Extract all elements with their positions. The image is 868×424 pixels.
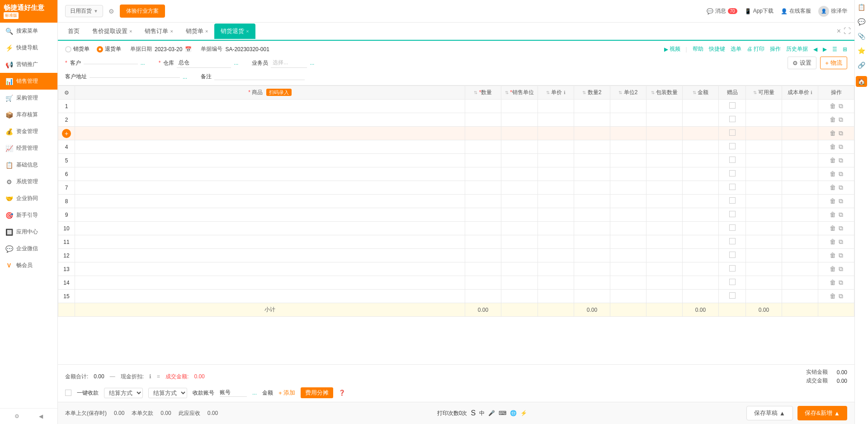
tab-home[interactable]: 首页 bbox=[61, 24, 86, 39]
delete-icon[interactable]: 🗑 bbox=[830, 170, 836, 178]
system-icon-5[interactable]: 🌐 bbox=[510, 410, 517, 416]
add-payment-button[interactable]: + 添加 bbox=[278, 389, 295, 397]
tab-sales-return-close[interactable]: × bbox=[246, 29, 249, 34]
row-gift-active[interactable] bbox=[719, 127, 746, 140]
row-unit-2[interactable] bbox=[501, 113, 538, 127]
user-item[interactable]: 👤 徐泽华 bbox=[818, 6, 847, 17]
gift-checkbox[interactable] bbox=[729, 252, 736, 258]
system-icon-1[interactable]: S bbox=[471, 409, 476, 417]
row-price-2[interactable] bbox=[538, 113, 574, 127]
warehouse-value[interactable]: 总仓 bbox=[177, 58, 231, 68]
row-product-active[interactable] bbox=[75, 127, 465, 140]
delete-icon-1[interactable]: 🗑 bbox=[830, 102, 836, 110]
row-qty2-1[interactable] bbox=[574, 100, 610, 113]
nav-next-icon[interactable]: ▶ bbox=[823, 46, 827, 52]
row-pkg-2[interactable] bbox=[646, 113, 683, 127]
gift-checkbox-1[interactable] bbox=[729, 102, 736, 109]
panel-icon-6[interactable]: 🏠 bbox=[856, 76, 867, 87]
copy-icon[interactable]: ⧉ bbox=[839, 211, 843, 219]
view-grid-icon[interactable]: ⊞ bbox=[843, 46, 847, 52]
customer-dots[interactable]: ... bbox=[141, 60, 145, 66]
tab-sales-order-close[interactable]: × bbox=[170, 29, 173, 34]
tab-sales-bill-close[interactable]: × bbox=[205, 29, 208, 34]
row-qty2-2[interactable] bbox=[574, 113, 610, 127]
system-icon-4[interactable]: ⌨ bbox=[499, 410, 506, 416]
action-help[interactable]: 帮助 bbox=[693, 45, 703, 53]
system-icon-3[interactable]: 🎤 bbox=[488, 410, 495, 416]
discount-info-icon[interactable]: ℹ bbox=[149, 373, 151, 380]
row-product-1[interactable] bbox=[75, 100, 465, 113]
sidebar-item-inventory[interactable]: 📦 库存核算 bbox=[0, 106, 57, 123]
view-list-icon[interactable]: ☰ bbox=[832, 46, 837, 52]
row-avail-active[interactable] bbox=[746, 127, 782, 140]
warehouse-dots[interactable]: ... bbox=[234, 60, 238, 66]
gift-checkbox[interactable] bbox=[729, 170, 736, 176]
product-input-active[interactable] bbox=[79, 130, 461, 137]
row-cost-2[interactable] bbox=[782, 113, 818, 127]
gift-checkbox[interactable] bbox=[729, 279, 736, 285]
calendar-icon[interactable]: 📅 bbox=[185, 46, 192, 52]
gift-checkbox[interactable] bbox=[729, 265, 736, 272]
split-help-icon[interactable]: ❓ bbox=[339, 390, 345, 396]
sidebar-settings-icon[interactable]: ⚙ bbox=[14, 413, 19, 419]
action-print[interactable]: 🖨 打印 bbox=[747, 45, 764, 53]
gift-checkbox[interactable] bbox=[729, 238, 736, 244]
delete-icon[interactable]: 🗑 bbox=[830, 238, 836, 246]
app-download-item[interactable]: 📱 App下载 bbox=[745, 7, 774, 15]
settings-button[interactable]: ⚙ 设置 bbox=[788, 57, 816, 69]
sidebar-item-quick-nav[interactable]: ⚡ 快捷导航 bbox=[0, 39, 57, 56]
row-price-1[interactable] bbox=[538, 100, 574, 113]
copy-icon-1[interactable]: ⧉ bbox=[839, 102, 843, 110]
delete-icon[interactable]: 🗑 bbox=[830, 265, 836, 273]
copy-icon[interactable]: ⧉ bbox=[839, 279, 843, 286]
row-amount-active[interactable] bbox=[683, 127, 719, 140]
sidebar-item-finance[interactable]: 💰 资金管理 bbox=[0, 123, 57, 140]
tab-expand-button[interactable]: ⛶ bbox=[844, 27, 851, 35]
split-button[interactable]: 费用分摊 bbox=[301, 387, 333, 398]
delete-icon[interactable]: 🗑 bbox=[830, 157, 836, 164]
panel-icon-3[interactable]: 📎 bbox=[858, 33, 865, 40]
row-unit2-active[interactable] bbox=[610, 127, 646, 140]
copy-icon[interactable]: ⧉ bbox=[839, 197, 843, 205]
row-price-active[interactable] bbox=[538, 127, 574, 140]
address-input[interactable] bbox=[90, 76, 180, 78]
tab-price-settings[interactable]: 售价提取设置 × bbox=[86, 24, 138, 39]
row-cost-active[interactable] bbox=[782, 127, 818, 140]
sidebar-item-search[interactable]: 🔍 搜索菜单 bbox=[0, 23, 57, 39]
sidebar-item-sales[interactable]: 📊 销售管理 bbox=[0, 73, 57, 90]
sidebar-item-member[interactable]: V 畅会员 bbox=[0, 257, 57, 274]
date-value[interactable]: 2023-03-20 bbox=[155, 46, 182, 52]
delete-icon-active[interactable]: 🗑 bbox=[830, 129, 836, 137]
gift-checkbox[interactable] bbox=[729, 197, 736, 204]
delete-icon[interactable]: 🗑 bbox=[830, 197, 836, 205]
gift-checkbox[interactable] bbox=[729, 211, 736, 217]
tab-close-button[interactable]: × bbox=[837, 27, 841, 35]
cost-info-icon[interactable]: ℹ bbox=[811, 90, 812, 95]
delete-icon[interactable]: 🗑 bbox=[830, 184, 836, 191]
save-new-button[interactable]: 保存&新增 ▲ bbox=[797, 406, 847, 420]
salesman-input[interactable]: 选择... bbox=[271, 58, 307, 68]
scan-button[interactable]: 扫码录入 bbox=[266, 89, 292, 96]
system-icon-2[interactable]: 中 bbox=[479, 410, 485, 417]
category-select[interactable]: 日用百货 ▼ bbox=[65, 5, 103, 17]
panel-icon-5[interactable]: 🔗 bbox=[858, 62, 865, 69]
sidebar-item-enterprise[interactable]: 🤝 企业协同 bbox=[0, 190, 57, 207]
row-unit2-1[interactable] bbox=[610, 100, 646, 113]
row-pkg-active[interactable] bbox=[646, 127, 683, 140]
add-row-button[interactable]: + bbox=[62, 129, 71, 138]
price-info-icon[interactable]: ℹ bbox=[564, 90, 566, 95]
delete-icon[interactable]: 🗑 bbox=[830, 279, 836, 286]
gift-checkbox-active[interactable] bbox=[729, 129, 736, 136]
row-product-2[interactable] bbox=[75, 113, 465, 127]
calc-select[interactable]: 结算方式 bbox=[148, 388, 187, 398]
copy-icon[interactable]: ⧉ bbox=[839, 157, 843, 164]
tab-price-settings-close[interactable]: × bbox=[129, 29, 132, 34]
copy-icon[interactable]: ⧉ bbox=[839, 292, 843, 300]
row-avail-1[interactable] bbox=[746, 100, 782, 113]
row-amount-2[interactable] bbox=[683, 113, 719, 127]
topbar-gear-icon[interactable]: ⚙ bbox=[108, 8, 114, 15]
row-pkg-1[interactable] bbox=[646, 100, 683, 113]
delete-icon[interactable]: 🗑 bbox=[830, 224, 836, 232]
sidebar-item-basic-info[interactable]: 📋 基础信息 bbox=[0, 157, 57, 173]
save-draft-button[interactable]: 保存草稿 ▲ bbox=[746, 406, 793, 420]
